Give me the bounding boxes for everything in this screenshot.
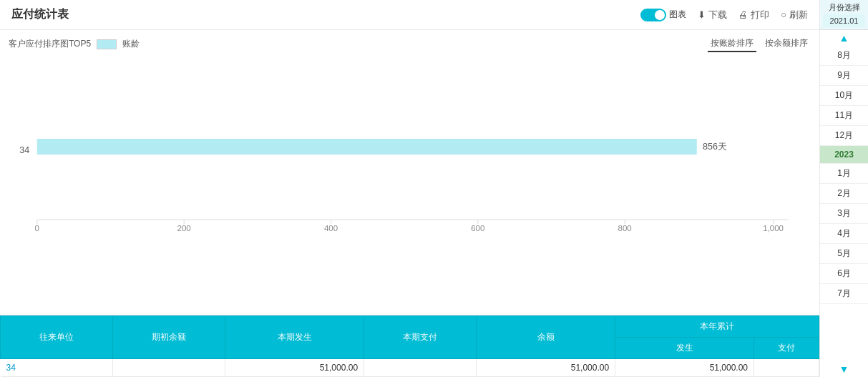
toggle-label: 图表: [669, 9, 686, 21]
sort-buttons: 按账龄排序 按余额排序: [708, 36, 811, 52]
month-list: 8月 9月 10月 11月 12月 2023 1月 2月 3月 4月 5月 6月…: [820, 46, 868, 361]
sidebar-item-dec[interactable]: 12月: [820, 126, 868, 146]
col-occur: 本期发生: [225, 316, 364, 359]
data-table: 往来单位 期初余额 本期发生 本期支付 余额 本年累计 发生 支付 34 51,…: [0, 315, 819, 377]
sidebar-item-may[interactable]: 5月: [820, 244, 868, 264]
chart-header: 客户应付排序图TOP5 账龄 按账龄排序 按余额排序: [9, 36, 811, 52]
download-button[interactable]: ⬇ 下载: [698, 9, 727, 21]
svg-text:34: 34: [19, 145, 29, 155]
svg-text:600: 600: [471, 224, 484, 232]
sidebar-item-jan[interactable]: 1月: [820, 164, 868, 184]
sidebar-item-aug[interactable]: 8月: [820, 46, 868, 66]
sidebar-item-mar[interactable]: 3月: [820, 204, 868, 224]
print-button[interactable]: 🖨 打印: [738, 9, 769, 21]
bar-chart: 34 856天 0 200 400 600 800 1,000: [9, 57, 811, 243]
scroll-down-button[interactable]: ▼: [820, 361, 868, 377]
sidebar-item-jun[interactable]: 6月: [820, 264, 868, 284]
col-year-occur: 发生: [615, 338, 754, 359]
svg-text:400: 400: [324, 224, 338, 232]
col-group-year: 本年累计: [615, 316, 819, 338]
legend-box-label: 账龄: [122, 38, 140, 50]
sidebar-item-2023[interactable]: 2023: [820, 146, 868, 164]
chart-area: 客户应付排序图TOP5 账龄 按账龄排序 按余额排序 34 856天 0: [0, 30, 819, 315]
chart-legend: 客户应付排序图TOP5 账龄: [9, 38, 140, 50]
sort-by-balance-button[interactable]: 按余额排序: [762, 36, 811, 52]
refresh-button[interactable]: ○ 刷新: [781, 9, 808, 21]
sidebar-title: 月份选择: [823, 2, 865, 13]
col-year-pay: 支付: [754, 338, 819, 359]
cell-balance: 51,000.00: [477, 359, 615, 377]
legend-box: [97, 39, 117, 49]
sidebar-item-oct[interactable]: 10月: [820, 86, 868, 106]
legend-text: 客户应付排序图TOP5: [9, 38, 91, 50]
chart-svg: 34 856天 0 200 400 600 800 1,000: [9, 57, 811, 243]
svg-text:800: 800: [618, 224, 632, 232]
month-sidebar: 月份选择 ▲ 8月 9月 10月 11月 12月 2023 1月 2月 3月 4…: [819, 0, 868, 377]
sidebar-item-nov[interactable]: 11月: [820, 106, 868, 126]
col-balance: 余额: [477, 316, 615, 359]
svg-text:200: 200: [177, 224, 191, 232]
bar-rect: [37, 139, 697, 155]
col-opening: 期初余额: [113, 316, 225, 359]
date-input[interactable]: [823, 14, 865, 27]
sort-by-amount-button[interactable]: 按账龄排序: [708, 36, 756, 52]
header: 应付统计表 图表 ⬇ 下载 🖨 打印 ○ 刷新: [0, 0, 819, 30]
cell-opening: [113, 359, 225, 377]
cell-unit: 34: [1, 359, 113, 377]
sidebar-item-apr[interactable]: 4月: [820, 224, 868, 244]
header-actions: 图表 ⬇ 下载 🖨 打印 ○ 刷新: [640, 9, 808, 21]
cell-pay: [364, 359, 477, 377]
page-title: 应付统计表: [11, 7, 640, 22]
sidebar-item-jul[interactable]: 7月: [820, 284, 868, 304]
svg-text:1,000: 1,000: [763, 224, 784, 232]
table-header-row-1: 往来单位 期初余额 本期发生 本期支付 余额 本年累计: [1, 316, 819, 338]
download-icon: ⬇: [698, 9, 706, 20]
print-icon: 🖨: [738, 9, 748, 20]
sidebar-item-sep[interactable]: 9月: [820, 66, 868, 86]
col-unit: 往来单位: [1, 316, 113, 359]
svg-text:0: 0: [35, 224, 39, 232]
unit-link[interactable]: 34: [6, 363, 16, 373]
col-pay: 本期支付: [364, 316, 477, 359]
table-area: 往来单位 期初余额 本期发生 本期支付 余额 本年累计 发生 支付 34 51,…: [0, 315, 819, 377]
sidebar-header: 月份选择: [820, 0, 868, 30]
cell-year-pay: [754, 359, 819, 377]
cell-occur: 51,000.00: [225, 359, 364, 377]
sidebar-item-feb[interactable]: 2月: [820, 184, 868, 204]
cell-year-occur: 51,000.00: [615, 359, 754, 377]
scroll-up-button[interactable]: ▲: [820, 30, 868, 46]
svg-text:856天: 856天: [703, 142, 726, 152]
chart-toggle-wrap[interactable]: 图表: [640, 9, 686, 21]
table-row: 34 51,000.00 51,000.00 51,000.00: [1, 359, 819, 377]
refresh-icon: ○: [781, 9, 786, 20]
chart-toggle[interactable]: [640, 9, 666, 21]
